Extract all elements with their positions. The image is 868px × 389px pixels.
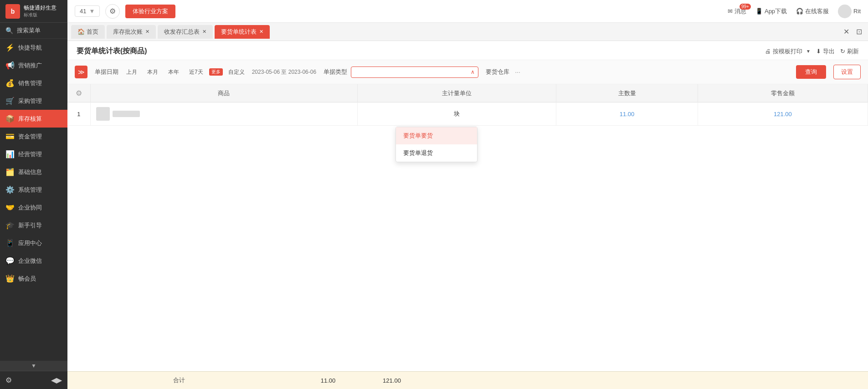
message-button[interactable]: ✉ 消息 99+ bbox=[728, 7, 746, 15]
tab-close-order-stat[interactable]: ✕ bbox=[259, 29, 263, 35]
product-image bbox=[96, 107, 110, 121]
col-amount: 零售金额 bbox=[698, 84, 868, 102]
date-range-buttons: 上月 本月 本年 近7天 更多 自定义 bbox=[122, 67, 248, 78]
sidebar-collapse-button[interactable]: ◀▶ bbox=[51, 376, 62, 384]
tab-batch-account[interactable]: 库存批次账 ✕ bbox=[107, 25, 156, 39]
table-header-row: ⚙ 商品 主计量单位 主数量 零售金额 bbox=[67, 84, 868, 102]
sidebar-item-system[interactable]: ⚙️ 系统管理 bbox=[0, 181, 67, 199]
sidebar-item-operations[interactable]: 📊 经营管理 bbox=[0, 145, 67, 163]
header-right: ✉ 消息 99+ 📱 App下载 🎧 在线客服 Rit bbox=[728, 5, 861, 18]
row-amount[interactable]: 121.00 bbox=[698, 102, 868, 126]
avatar-image bbox=[838, 5, 852, 18]
date-filter-group: 单据日期 上月 本月 本年 近7天 更多 自定义 2023-05-06 至 20… bbox=[95, 67, 316, 78]
tab-close-batch-account[interactable]: ✕ bbox=[145, 29, 149, 35]
table-settings-icon[interactable]: ⚙ bbox=[76, 89, 82, 97]
warehouse-filter-label: 要货仓库 bbox=[486, 68, 509, 76]
filter-expand-button[interactable]: ≫ bbox=[75, 66, 87, 78]
expand-icon: ≫ bbox=[78, 68, 85, 76]
system-icon: ⚙️ bbox=[5, 185, 15, 194]
query-button[interactable]: 查询 bbox=[796, 65, 826, 79]
sidebar-item-marketing[interactable]: 📢 营销推广 bbox=[0, 56, 67, 74]
app-logo-text: 畅捷通好生意 标准版 bbox=[24, 5, 56, 18]
col-unit: 主计量单位 bbox=[358, 84, 556, 102]
enterprise-icon: 🤝 bbox=[5, 203, 15, 212]
type-filter-arrow[interactable]: ∧ bbox=[471, 69, 475, 75]
sidebar-item-basic-info[interactable]: 🗂️ 基础信息 bbox=[0, 163, 67, 181]
last-7-days-button[interactable]: 近7天 bbox=[185, 67, 207, 78]
sidebar-item-enterprise[interactable]: 🤝 企业协同 bbox=[0, 199, 67, 216]
page-actions: 🖨 按模板打印 ▼ ⬇ 导出 ↻ 刷新 bbox=[765, 47, 859, 56]
header-gear-button[interactable]: ⚙ bbox=[105, 4, 120, 19]
tab-maximize-button[interactable]: ⊡ bbox=[853, 26, 864, 37]
sidebar-items: ⚡ 快捷导航 📢 营销推广 💰 销售管理 🛒 采购管理 📦 库存核算 💳 资金管… bbox=[0, 39, 67, 361]
tab-close-all-button[interactable]: ✕ bbox=[841, 26, 852, 37]
online-service-button[interactable]: 🎧 在线客服 bbox=[796, 7, 829, 15]
gear-icon: ⚙ bbox=[109, 7, 116, 15]
export-button[interactable]: ⬇ 导出 bbox=[816, 47, 835, 56]
last-month-button[interactable]: 上月 bbox=[122, 67, 141, 78]
search-icon: 🔍 bbox=[5, 27, 13, 34]
footer-total-row: 合计 11.00 121.00 bbox=[67, 371, 868, 389]
dropdown-item-order-return[interactable]: 要货单退货 bbox=[396, 144, 477, 162]
sidebar-search[interactable]: 🔍 搜索菜单 bbox=[0, 23, 67, 39]
settings-footer-icon[interactable]: ⚙ bbox=[5, 376, 12, 384]
refresh-button[interactable]: ↻ 刷新 bbox=[840, 47, 859, 56]
row-quantity[interactable]: 11.00 bbox=[556, 102, 698, 126]
sidebar-item-guide[interactable]: 🎓 新手引导 bbox=[0, 216, 67, 234]
this-month-button[interactable]: 本月 bbox=[143, 67, 162, 78]
tabs-bar: 🏠 首页 库存批次账 ✕ 收发存汇总表 ✕ 要货单统计表 ✕ ✕ ⊡ bbox=[67, 23, 868, 41]
inventory-icon: 📦 bbox=[5, 114, 15, 123]
sales-icon: 💰 bbox=[5, 79, 15, 87]
type-filter-group: 单据类型 ∧ bbox=[324, 67, 478, 78]
sidebar-scroll-down[interactable]: ▼ bbox=[0, 361, 67, 371]
total-label: 合计 bbox=[173, 376, 255, 384]
sidebar-item-sales[interactable]: 💰 销售管理 bbox=[0, 74, 67, 92]
sidebar-item-member[interactable]: 👑 畅会员 bbox=[0, 270, 67, 287]
tab-receipt-summary[interactable]: 收发存汇总表 ✕ bbox=[158, 25, 213, 39]
top-header: 41 ▼ ⚙ 体验行业方案 ✉ 消息 99+ 📱 App下载 🎧 在线客服 bbox=[67, 0, 868, 23]
warehouse-more-button[interactable]: ··· bbox=[515, 68, 520, 76]
user-avatar[interactable]: Rit bbox=[838, 5, 861, 18]
page-title: 要货单统计表(按商品) bbox=[77, 46, 147, 56]
date-range-display: 2023-05-06 至 2023-06-06 bbox=[252, 68, 316, 76]
print-button[interactable]: 🖨 按模板打印 ▼ bbox=[765, 47, 811, 56]
sidebar-item-inventory[interactable]: 📦 库存核算 bbox=[0, 110, 67, 128]
warehouse-filter-group: 要货仓库 ··· bbox=[486, 68, 520, 76]
total-quantity: 11.00 bbox=[310, 377, 346, 384]
row-product bbox=[90, 102, 358, 126]
sidebar-item-finance[interactable]: 💳 资金管理 bbox=[0, 128, 67, 145]
table-row: 1 块 11.00 121.00 bbox=[67, 102, 868, 126]
custom-date-button[interactable]: 自定义 bbox=[225, 67, 248, 77]
scroll-down-icon: ▼ bbox=[31, 363, 36, 369]
marketing-icon: 📢 bbox=[5, 61, 15, 70]
data-table: ⚙ 商品 主计量单位 主数量 零售金额 1 bbox=[67, 84, 868, 126]
sidebar-item-app-center[interactable]: 📱 应用中心 bbox=[0, 234, 67, 252]
print-icon: 🖨 bbox=[765, 48, 771, 55]
settings-button[interactable]: 设置 bbox=[833, 65, 861, 79]
refresh-icon: ↻ bbox=[840, 48, 845, 55]
type-filter-dropdown: 要货单要货 要货单退货 bbox=[395, 127, 478, 162]
sidebar-item-purchase[interactable]: 🛒 采购管理 bbox=[0, 92, 67, 110]
tab-close-receipt-summary[interactable]: ✕ bbox=[202, 29, 206, 35]
this-year-button[interactable]: 本年 bbox=[164, 67, 183, 78]
dropdown-item-order-goods[interactable]: 要货单要货 bbox=[396, 127, 477, 144]
date-more-badge[interactable]: 更多 bbox=[209, 68, 223, 76]
sidebar-item-quick-nav[interactable]: ⚡ 快捷导航 bbox=[0, 39, 67, 56]
filter-bar: ≫ 单据日期 上月 本月 本年 近7天 更多 自定义 2023-05-06 至 … bbox=[67, 60, 868, 84]
tab-home[interactable]: 🏠 首页 bbox=[71, 25, 105, 39]
main-content: 41 ▼ ⚙ 体验行业方案 ✉ 消息 99+ 📱 App下载 🎧 在线客服 bbox=[67, 0, 868, 389]
sidebar: b 畅捷通好生意 标准版 🔍 搜索菜单 ⚡ 快捷导航 📢 营销推广 💰 销售管理… bbox=[0, 0, 67, 389]
type-filter-label: 单据类型 bbox=[324, 68, 347, 76]
home-icon: 🏠 bbox=[77, 28, 85, 35]
type-filter-input[interactable] bbox=[351, 67, 478, 78]
tab-order-stat[interactable]: 要货单统计表 ✕ bbox=[215, 25, 270, 39]
try-industry-button[interactable]: 体验行业方案 bbox=[125, 5, 175, 18]
col-settings[interactable]: ⚙ bbox=[67, 84, 90, 102]
product-name bbox=[113, 111, 140, 117]
store-selector[interactable]: 41 ▼ bbox=[75, 5, 100, 17]
row-seq: 1 bbox=[67, 102, 90, 126]
sidebar-item-wechat[interactable]: 💬 企业微信 bbox=[0, 252, 67, 270]
guide-icon: 🎓 bbox=[5, 221, 15, 230]
app-download-button[interactable]: 📱 App下载 bbox=[755, 7, 787, 15]
message-icon: ✉ bbox=[728, 8, 733, 15]
